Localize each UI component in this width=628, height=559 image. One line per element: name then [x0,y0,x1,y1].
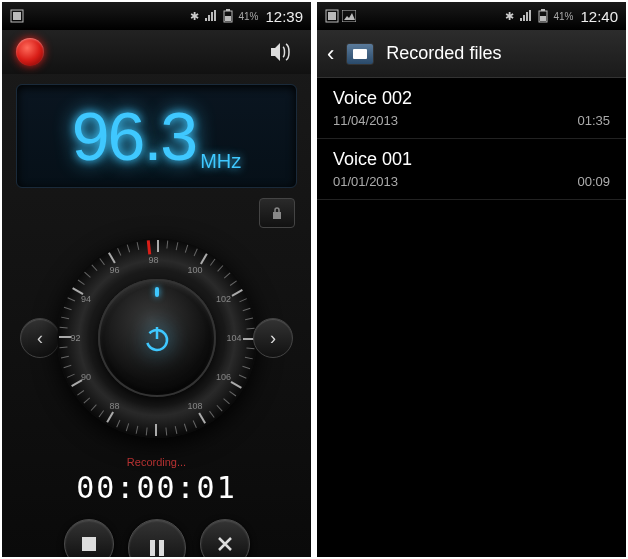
tuning-dial-area: ‹ 889092949698100102104106108 › [2,228,311,448]
file-date: 11/04/2013 [333,113,398,128]
record-timer: 00:00:01 [2,470,311,505]
back-button[interactable]: ‹ [327,41,334,67]
list-item[interactable]: Voice 00101/01/201300:09 [317,139,626,200]
battery-pct: 41% [553,11,573,22]
lock-button[interactable] [259,198,295,228]
file-duration: 01:35 [577,113,610,128]
clock: 12:40 [580,8,618,25]
list-item[interactable]: Voice 00211/04/201301:35 [317,78,626,139]
dial-tick-label: 100 [188,265,203,275]
svg-rect-4 [225,16,231,21]
dial-tick-label: 88 [110,401,120,411]
dial-tick-label: 96 [110,265,120,275]
svg-rect-15 [541,9,545,11]
dial-tick-label: 102 [216,294,231,304]
file-date: 01/01/2013 [333,174,398,189]
dial-indicator-icon [155,287,159,297]
file-name: Voice 001 [333,149,610,170]
svg-rect-16 [540,16,546,21]
dial-knob[interactable] [98,279,216,397]
dial-tick-label: 92 [71,333,81,343]
power-icon [137,318,177,358]
frequency-unit: MHz [200,150,241,173]
top-bar [2,30,311,74]
record-button[interactable] [16,38,44,66]
cancel-button[interactable] [200,519,250,557]
dial-tick-label: 108 [188,401,203,411]
status-bar: ✱ 41% 12:39 [2,2,311,30]
files-screen: ✱ 41% 12:40 ‹ Recorded files Voice 00211… [317,2,626,557]
clock: 12:39 [265,8,303,25]
pause-button[interactable] [128,519,186,557]
battery-icon [221,9,235,23]
speaker-icon[interactable] [265,39,297,65]
file-duration: 00:09 [577,174,610,189]
bluetooth-icon: ✱ [502,9,516,23]
svg-rect-1 [13,12,21,20]
recording-label: Recording... [2,456,311,468]
screenshot-icon [10,9,24,23]
svg-rect-9 [150,540,155,556]
dial-tick-label: 98 [149,255,159,265]
svg-rect-10 [159,540,164,556]
tuning-dial[interactable]: 889092949698100102104106108 [57,238,257,438]
svg-rect-12 [328,12,336,20]
status-bar: ✱ 41% 12:40 [317,2,626,30]
file-list: Voice 00211/04/201301:35Voice 00101/01/2… [317,78,626,200]
signal-icon [519,9,533,23]
header-title: Recorded files [386,43,501,64]
picture-icon [342,9,356,23]
file-name: Voice 002 [333,88,610,109]
svg-rect-5 [273,212,281,219]
frequency-display: 96.3 MHz [16,84,297,188]
signal-icon [204,9,218,23]
battery-pct: 41% [238,11,258,22]
playback-controls [2,519,311,557]
frequency-value: 96.3 [72,97,196,175]
dial-tick-label: 106 [216,372,231,382]
svg-rect-13 [342,10,356,22]
svg-rect-3 [226,9,230,11]
radio-screen: ✱ 41% 12:39 96.3 MHz ‹ 88909294969810010… [2,2,311,557]
app-header: ‹ Recorded files [317,30,626,78]
bluetooth-icon: ✱ [187,9,201,23]
battery-icon [536,9,550,23]
dial-tick-label: 104 [227,333,242,343]
screenshot-icon [325,9,339,23]
recorder-app-icon [346,43,374,65]
tune-prev-button[interactable]: ‹ [20,318,60,358]
dial-tick-label: 94 [81,294,91,304]
tune-next-button[interactable]: › [253,318,293,358]
dial-tick-label: 90 [81,372,91,382]
stop-button[interactable] [64,519,114,557]
svg-rect-8 [82,537,96,551]
